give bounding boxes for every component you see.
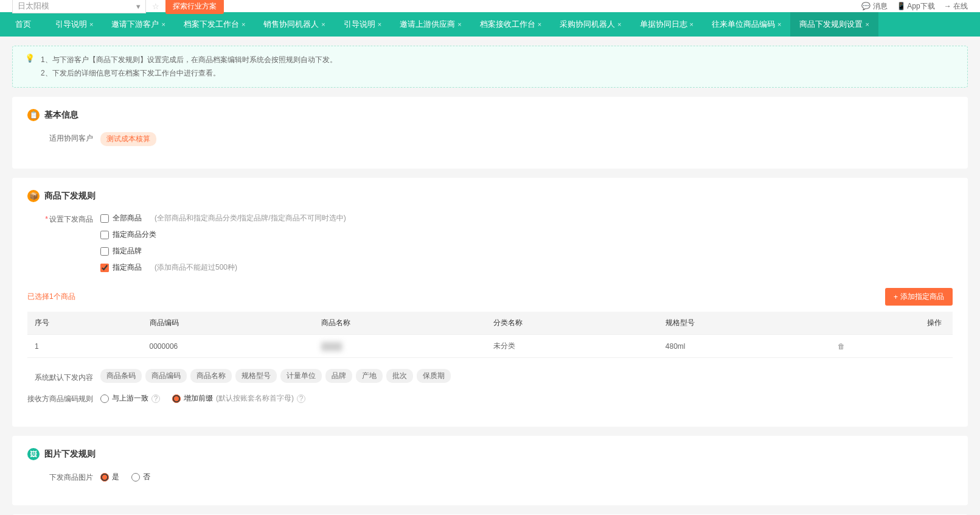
customer-tag[interactable]: 测试成本核算 — [100, 132, 156, 146]
default-content-label: 系统默认下发内容 — [27, 371, 100, 383]
basic-info-card: 📋 基本信息 适用协同客户 测试成本核算 — [12, 97, 968, 169]
close-icon[interactable]: × — [89, 21, 93, 28]
app-download-link[interactable]: 📱 App下载 — [897, 1, 935, 12]
table-header: 序号 — [27, 312, 142, 335]
default-tag: 商品编码 — [145, 369, 187, 383]
default-tag: 规格型号 — [235, 369, 277, 383]
default-tag: 品牌 — [325, 369, 352, 383]
rule-title: 商品下发规则 — [44, 191, 96, 201]
product-table: 序号商品编码商品名称分类名称规格型号操作 1 0000006 ████ 未分类 … — [27, 312, 953, 358]
info-box: 💡 1、与下游客户【商品下发规则】设置完成后，在商品档案编辑时系统会按照规则自动… — [12, 46, 968, 88]
default-tag: 商品名称 — [190, 369, 232, 383]
close-icon[interactable]: × — [690, 21, 693, 28]
default-tag: 商品条码 — [100, 369, 142, 383]
nav-tab[interactable]: 单据协同日志 × — [631, 12, 703, 37]
same-upstream-radio[interactable]: 与上游一致 ? — [100, 393, 160, 404]
close-icon[interactable]: × — [865, 21, 869, 28]
close-icon[interactable]: × — [538, 21, 541, 28]
image-icon: 🖼 — [27, 448, 40, 460]
recv-rule-label: 接收方商品编码规则 — [27, 393, 100, 404]
search-box[interactable]: 日太阳模▾ — [12, 0, 146, 13]
close-icon[interactable]: × — [161, 21, 165, 28]
rule-icon: 📦 — [27, 190, 40, 202]
table-row: 1 0000006 ████ 未分类 480ml 🗑 — [27, 335, 953, 358]
close-icon[interactable]: × — [777, 21, 781, 28]
nav-tab[interactable]: 邀请下游客户 × — [102, 12, 174, 37]
default-tag: 产地 — [356, 369, 383, 383]
nav-bar: 首页 引导说明 ×邀请下游客户 ×档案下发工作台 ×销售协同机器人 ×引导说明 … — [0, 12, 980, 37]
table-header: 商品编码 — [142, 312, 315, 335]
image-no-radio[interactable]: 否 — [131, 472, 150, 482]
help-icon[interactable]: ? — [297, 394, 305, 403]
send-image-label: 下发商品图片 — [27, 471, 100, 483]
category-checkbox[interactable] — [100, 231, 109, 239]
top-bar: 日太阳模▾ ☆ 探索行业方案 💬 消息 📱 App下载 → 在线 — [0, 0, 980, 12]
nav-tab[interactable]: 商品下发规则设置 × — [790, 12, 878, 37]
message-link[interactable]: 💬 消息 — [861, 1, 887, 12]
image-title: 图片下发规则 — [44, 449, 96, 460]
all-products-checkbox[interactable] — [100, 214, 109, 223]
table-header: 操作 — [916, 312, 953, 335]
nav-tab[interactable]: 采购协同机器人 × — [551, 12, 630, 37]
specific-product-checkbox[interactable] — [100, 264, 109, 272]
table-header: 分类名称 — [486, 312, 658, 335]
close-icon[interactable]: × — [617, 21, 621, 28]
table-header: 规格型号 — [658, 312, 830, 335]
online-link[interactable]: → 在线 — [944, 1, 968, 12]
nav-tab[interactable]: 档案下发工作台 × — [175, 12, 254, 37]
nav-home[interactable]: 首页 — [0, 12, 46, 37]
basic-icon: 📋 — [27, 109, 40, 121]
selected-count: 已选择1个商品 — [27, 292, 75, 302]
set-product-label: *设置下发商品 — [27, 213, 100, 225]
add-product-button[interactable]: + 添加指定商品 — [885, 288, 953, 306]
delete-icon[interactable]: 🗑 — [838, 342, 845, 351]
nav-tab[interactable]: 引导说明 × — [46, 12, 102, 37]
dropdown-icon: ▾ — [136, 2, 141, 11]
close-icon[interactable]: × — [321, 21, 325, 28]
nav-tab[interactable]: 销售协同机器人 × — [254, 12, 334, 37]
table-header: 商品名称 — [314, 312, 486, 335]
help-icon[interactable]: ? — [151, 394, 160, 403]
bulb-icon: 💡 — [25, 54, 35, 80]
nav-tab[interactable]: 引导说明 × — [335, 12, 391, 37]
default-tag: 计量单位 — [280, 369, 322, 383]
default-tag: 批次 — [386, 369, 413, 383]
image-yes-radio[interactable]: 是 — [100, 472, 119, 482]
default-tag: 保质期 — [417, 369, 451, 383]
close-icon[interactable]: × — [457, 21, 461, 28]
basic-title: 基本信息 — [44, 110, 78, 121]
customer-label: 适用协同客户 — [27, 132, 100, 144]
close-icon[interactable]: × — [378, 21, 381, 28]
star-icon[interactable]: ☆ — [152, 2, 159, 11]
product-rule-card: 📦 商品下发规则 *设置下发商品 全部商品 (全部商品和指定商品分类/指定品牌/… — [12, 178, 968, 427]
nav-tab[interactable]: 往来单位商品编码 × — [703, 12, 790, 37]
nav-tab[interactable]: 邀请上游供应商 × — [391, 12, 470, 37]
brand-checkbox[interactable] — [100, 247, 109, 256]
image-rule-card: 🖼 图片下发规则 下发商品图片 是 否 — [12, 436, 968, 505]
close-icon[interactable]: × — [242, 21, 245, 28]
nav-tab[interactable]: 档案接收工作台 × — [471, 12, 551, 37]
add-prefix-radio[interactable]: 增加前缀 (默认按账套名称首字母) ? — [172, 393, 305, 404]
